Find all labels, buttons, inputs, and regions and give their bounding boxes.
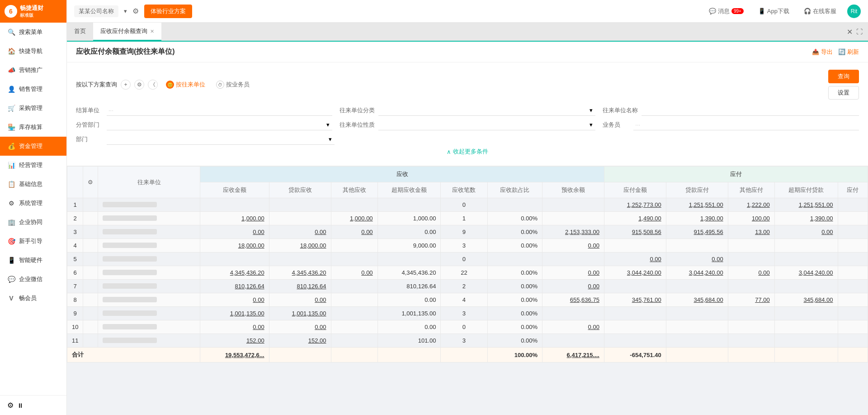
cell-ar-loan[interactable]: 810,126.64 <box>269 280 331 293</box>
cell-ar-other[interactable]: 0.00 <box>331 266 377 280</box>
app-download-btn[interactable]: 📱 App下载 <box>755 5 793 17</box>
cell-ap-other[interactable]: 100.00 <box>728 212 774 225</box>
query-btn[interactable]: 查询 <box>828 70 859 83</box>
user-avatar[interactable]: Rit <box>847 5 861 18</box>
cell-ar-amount[interactable]: 0.00 <box>200 320 269 334</box>
cell-ap-amount[interactable]: 3,044,240.00 <box>604 266 666 280</box>
footer-prepay[interactable]: 6,417,215.... <box>542 348 604 363</box>
sidebar-item-wechat[interactable]: 💬 企业微信 <box>0 270 66 289</box>
scheme-by-salesman[interactable]: ⏱ 按业务员 <box>212 79 254 91</box>
refresh-btn[interactable]: 🔄 刷新 <box>838 48 859 56</box>
cell-ar-amount[interactable]: 4,345,436.20 <box>200 266 269 280</box>
cell-ar-amount[interactable]: 1,000.00 <box>200 212 269 225</box>
cell-ar-loan[interactable]: 18,000.00 <box>269 239 331 253</box>
collapse-more-btn[interactable]: ∧ 收起更多条件 <box>76 145 859 158</box>
cell-ar-loan[interactable]: 4,345,436.20 <box>269 266 331 280</box>
sidebar-item-search[interactable]: 🔍 搜索菜单 <box>0 23 66 42</box>
cell-ap-other[interactable]: 0.00 <box>728 266 774 280</box>
cell-ar-loan[interactable]: 0.00 <box>269 320 331 334</box>
cell-ap-amount[interactable]: 345,761.00 <box>604 293 666 307</box>
sidebar-item-enterprise[interactable]: 🏢 企业协同 <box>0 213 66 232</box>
cell-ap-overdue[interactable]: 1,251,551.00 <box>774 198 838 212</box>
cell-ar-other[interactable]: 0.00 <box>331 225 377 239</box>
filter-collapse-btn[interactable]: 《 <box>148 80 158 90</box>
cell-ar-amount[interactable]: 1,001,135.00 <box>200 307 269 320</box>
filter-settings-btn[interactable]: ⚙ <box>134 80 144 90</box>
sidebar-item-sales[interactable]: 👤 销售管理 <box>0 80 66 99</box>
cell-ar-loan[interactable]: 0.00 <box>269 293 331 307</box>
cell-ar-loan[interactable]: 1,001,135.00 <box>269 307 331 320</box>
sidebar-item-inventory[interactable]: 🏪 库存核算 <box>0 118 66 137</box>
unit-category-select[interactable]: ▾ <box>378 105 596 116</box>
cell-ar-loan[interactable]: 0.00 <box>269 225 331 239</box>
salesman-input[interactable]: ··· <box>633 119 859 130</box>
cell-ar-amount[interactable]: 0.00 <box>200 293 269 307</box>
unit-name-input[interactable] <box>642 105 859 116</box>
cell-ap-loan[interactable]: 1,251,551.00 <box>666 198 728 212</box>
window-close-btn[interactable]: ✕ <box>847 28 853 36</box>
scheme-by-unit[interactable]: 😊 按往来单位 <box>161 79 210 91</box>
cell-ar-amount[interactable]: 0.00 <box>200 225 269 239</box>
cell-ap-amount[interactable]: 0.00 <box>604 253 666 266</box>
sidebar-item-member[interactable]: V 畅会员 <box>0 289 66 308</box>
sidebar-item-management[interactable]: 📊 经营管理 <box>0 156 66 175</box>
cell-prepay[interactable]: 0.00 <box>542 320 604 334</box>
cell-prepay[interactable]: 2,153,333.00 <box>542 225 604 239</box>
cell-ar-amount[interactable]: 18,000.00 <box>200 239 269 253</box>
cell-ap-loan[interactable]: 3,044,240.00 <box>666 266 728 280</box>
sidebar-item-purchase[interactable]: 🛒 采购管理 <box>0 99 66 118</box>
cell-ap-amount[interactable]: 1,252,773.00 <box>604 198 666 212</box>
settings-btn[interactable]: 设置 <box>828 86 859 100</box>
settlement-unit-input[interactable]: ··· <box>107 105 332 116</box>
company-dropdown-btn[interactable]: ▾ <box>124 8 127 14</box>
sidebar-item-system[interactable]: ⚙ 系统管理 <box>0 194 66 213</box>
cell-ap-amount[interactable]: 915,508.56 <box>604 225 666 239</box>
cell-icon <box>83 307 98 320</box>
footer-ar-amount[interactable]: 19,553,472,6... <box>200 348 269 363</box>
online-service-btn[interactable]: 🎧 在线客服 <box>800 5 840 17</box>
cell-ap-loan[interactable]: 1,390.00 <box>666 212 728 225</box>
cell-ap-loan[interactable]: 0.00 <box>666 253 728 266</box>
tab-close-btn[interactable]: ✕ <box>150 29 154 34</box>
cell-ar-other[interactable]: 1,000.00 <box>331 212 377 225</box>
dept2-select[interactable]: ▾ <box>107 134 335 145</box>
cell-ap-other[interactable]: 13.00 <box>728 225 774 239</box>
cell-prepay[interactable]: 0.00 <box>542 280 604 293</box>
cell-ap-overdue[interactable]: 3,044,240.00 <box>774 266 838 280</box>
dept-select[interactable]: ▾ <box>107 119 332 130</box>
cell-ar-amount[interactable]: 152.00 <box>200 334 269 348</box>
sidebar-settings-btn[interactable]: ⚙ <box>7 401 14 410</box>
cell-ap-other[interactable]: 77.00 <box>728 293 774 307</box>
table-wrapper[interactable]: ⚙ 往来单位 应收 应付 应收金额 贷款应收 其他应收 超期应收金额 应收笔数 … <box>67 166 868 415</box>
messages-btn[interactable]: 💬 消息 99+ <box>705 5 747 17</box>
cell-ap-amount[interactable]: 1,490.00 <box>604 212 666 225</box>
sidebar-item-hardware[interactable]: 📱 智能硬件 <box>0 251 66 270</box>
cell-prepay[interactable]: 0.00 <box>542 239 604 253</box>
export-btn[interactable]: 📤 导出 <box>812 48 833 56</box>
cell-ap-loan[interactable]: 915,495.56 <box>666 225 728 239</box>
cell-unit-name <box>98 266 200 280</box>
sidebar-item-basic[interactable]: 📋 基础信息 <box>0 175 66 194</box>
solution-btn[interactable]: 体验行业方案 <box>144 5 192 18</box>
sidebar-item-finance[interactable]: 💰 资金管理 <box>0 137 66 156</box>
filter-add-btn[interactable]: + <box>121 80 131 90</box>
cell-ap-other[interactable]: 1,222.00 <box>728 198 774 212</box>
cell-ar-loan[interactable]: 152.00 <box>269 334 331 348</box>
cell-ar-amount[interactable]: 810,126.64 <box>200 280 269 293</box>
sidebar-collapse-btn[interactable]: ⏸ <box>17 402 24 409</box>
sidebar-item-marketing[interactable]: 📣 营销推广 <box>0 61 66 80</box>
window-expand-btn[interactable]: ⛶ <box>856 28 863 35</box>
sidebar-item-quicknav[interactable]: 🏠 快捷导航 <box>0 42 66 61</box>
cell-ap-overdue[interactable]: 0.00 <box>774 225 838 239</box>
tab-home[interactable]: 首页 <box>67 23 93 41</box>
topbar-settings-btn[interactable]: ⚙ <box>132 7 139 15</box>
cell-ap-overdue[interactable]: 345,684.00 <box>774 293 838 307</box>
sidebar-item-guide[interactable]: 🎯 新手引导 <box>0 232 66 251</box>
cell-ap-loan[interactable]: 345,684.00 <box>666 293 728 307</box>
cell-prepay[interactable]: 0.00 <box>542 266 604 280</box>
unit-nature-select[interactable]: ▾ <box>378 119 596 130</box>
tab-query[interactable]: 应收应付余额查询 ✕ <box>93 23 161 41</box>
cell-ap-overdue[interactable]: 1,390.00 <box>774 212 838 225</box>
th-settings[interactable]: ⚙ <box>83 167 98 198</box>
cell-prepay[interactable]: 655,636.75 <box>542 293 604 307</box>
